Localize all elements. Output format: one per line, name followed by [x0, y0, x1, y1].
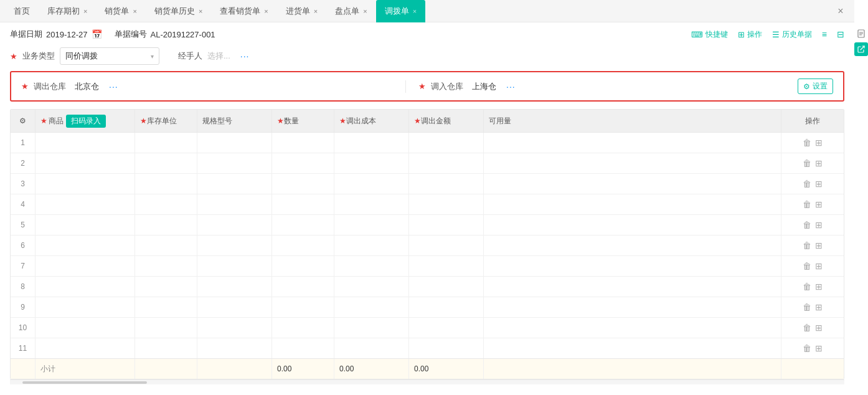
tab-transfer-order[interactable]: 调拨单 ×	[376, 0, 425, 22]
row-unit[interactable]	[135, 318, 197, 338]
row-quantity[interactable]	[272, 318, 334, 338]
tab-close-sales-history[interactable]: ×	[199, 7, 202, 15]
copy-row-button[interactable]: ⊞	[815, 138, 823, 148]
row-quantity[interactable]	[272, 133, 334, 153]
row-quantity[interactable]	[272, 236, 334, 255]
tab-sales-order[interactable]: 销货单 ×	[96, 0, 145, 22]
row-available[interactable]	[484, 153, 781, 173]
copy-row-button[interactable]: ⊞	[815, 179, 823, 189]
sidebar-clipboard-button[interactable]	[855, 27, 867, 40]
delete-row-button[interactable]: 🗑	[803, 240, 811, 250]
layout-list-button[interactable]: ≡	[822, 29, 827, 39]
delete-row-button[interactable]: 🗑	[803, 302, 811, 312]
row-quantity[interactable]	[272, 174, 334, 194]
tab-home[interactable]: 首页	[5, 0, 39, 22]
row-cost[interactable]	[334, 174, 409, 194]
row-amount[interactable]	[409, 215, 484, 235]
row-spec[interactable]	[197, 297, 272, 317]
tab-close-sales-order[interactable]: ×	[133, 7, 136, 15]
row-spec[interactable]	[197, 153, 272, 173]
row-available[interactable]	[484, 174, 781, 194]
layout-grid-button[interactable]: ⊟	[837, 29, 844, 39]
copy-row-button[interactable]: ⊞	[815, 323, 823, 333]
transfer-in-more-button[interactable]: ···	[506, 82, 516, 92]
row-product[interactable]	[35, 133, 135, 153]
row-available[interactable]	[484, 256, 781, 276]
tab-sales-history[interactable]: 销货单历史 ×	[146, 0, 211, 22]
tab-close-view-sales[interactable]: ×	[264, 7, 268, 15]
row-product[interactable]	[35, 153, 135, 173]
row-unit[interactable]	[135, 153, 197, 173]
copy-row-button[interactable]: ⊞	[815, 158, 823, 168]
row-unit[interactable]	[135, 277, 197, 297]
transfer-out-more-button[interactable]: ···	[109, 82, 118, 92]
row-quantity[interactable]	[272, 338, 334, 358]
row-amount[interactable]	[409, 277, 484, 297]
row-quantity[interactable]	[272, 194, 334, 214]
row-cost[interactable]	[334, 277, 409, 297]
row-quantity[interactable]	[272, 297, 334, 317]
row-unit[interactable]	[135, 215, 197, 235]
row-cost[interactable]	[334, 236, 409, 255]
copy-row-button[interactable]: ⊞	[815, 199, 823, 209]
business-type-select[interactable]: 同价调拨 ▾	[60, 47, 159, 65]
row-product[interactable]	[35, 297, 135, 317]
row-quantity[interactable]	[272, 277, 334, 297]
row-amount[interactable]	[409, 338, 484, 358]
row-quantity[interactable]	[272, 256, 334, 276]
row-cost[interactable]	[334, 215, 409, 235]
row-amount[interactable]	[409, 256, 484, 276]
tab-inventory-check[interactable]: 盘点单 ×	[326, 0, 375, 22]
window-close-button[interactable]: ×	[832, 2, 849, 20]
row-cost[interactable]	[334, 297, 409, 317]
row-available[interactable]	[484, 338, 781, 358]
row-cost[interactable]	[334, 153, 409, 173]
row-product[interactable]	[35, 338, 135, 358]
row-amount[interactable]	[409, 297, 484, 317]
copy-row-button[interactable]: ⊞	[815, 282, 823, 292]
row-cost[interactable]	[334, 256, 409, 276]
copy-row-button[interactable]: ⊞	[815, 261, 823, 271]
row-product[interactable]	[35, 215, 135, 235]
operation-button[interactable]: ⊞ 操作	[738, 29, 762, 40]
row-cost[interactable]	[334, 194, 409, 214]
tab-close-inventory-check[interactable]: ×	[363, 7, 367, 15]
delete-row-button[interactable]: 🗑	[803, 158, 811, 168]
row-cost[interactable]	[334, 133, 409, 153]
delete-row-button[interactable]: 🗑	[803, 199, 811, 209]
row-unit[interactable]	[135, 194, 197, 214]
copy-row-button[interactable]: ⊞	[815, 302, 823, 312]
copy-row-button[interactable]: ⊞	[815, 343, 823, 353]
scroll-thumb[interactable]	[22, 381, 147, 384]
row-spec[interactable]	[197, 236, 272, 255]
row-product[interactable]	[35, 256, 135, 276]
tab-purchase-order[interactable]: 进货单 ×	[277, 0, 326, 22]
row-available[interactable]	[484, 215, 781, 235]
row-quantity[interactable]	[272, 215, 334, 235]
row-available[interactable]	[484, 133, 781, 153]
row-amount[interactable]	[409, 174, 484, 194]
row-spec[interactable]	[197, 256, 272, 276]
row-amount[interactable]	[409, 318, 484, 338]
row-product[interactable]	[35, 318, 135, 338]
copy-row-button[interactable]: ⊞	[815, 240, 823, 250]
row-product[interactable]	[35, 174, 135, 194]
tab-close-inventory-init[interactable]: ×	[83, 7, 87, 15]
handler-placeholder[interactable]: 选择...	[207, 50, 230, 62]
settings-button[interactable]: ⚙ 设置	[798, 79, 833, 94]
tab-close-purchase-order[interactable]: ×	[314, 7, 318, 15]
row-unit[interactable]	[135, 236, 197, 255]
delete-row-button[interactable]: 🗑	[803, 220, 811, 230]
calendar-icon[interactable]: 📅	[92, 29, 102, 39]
delete-row-button[interactable]: 🗑	[803, 179, 811, 189]
delete-row-button[interactable]: 🗑	[803, 261, 811, 271]
row-available[interactable]	[484, 297, 781, 317]
history-button[interactable]: ☰ 历史单据	[772, 29, 812, 40]
horizontal-scrollbar[interactable]	[10, 379, 844, 384]
shortcut-button[interactable]: ⌨ 快捷键	[691, 29, 728, 40]
tab-inventory-init[interactable]: 库存期初 ×	[39, 0, 96, 22]
delete-row-button[interactable]: 🗑	[803, 282, 811, 292]
row-spec[interactable]	[197, 174, 272, 194]
row-cost[interactable]	[334, 318, 409, 338]
row-unit[interactable]	[135, 174, 197, 194]
